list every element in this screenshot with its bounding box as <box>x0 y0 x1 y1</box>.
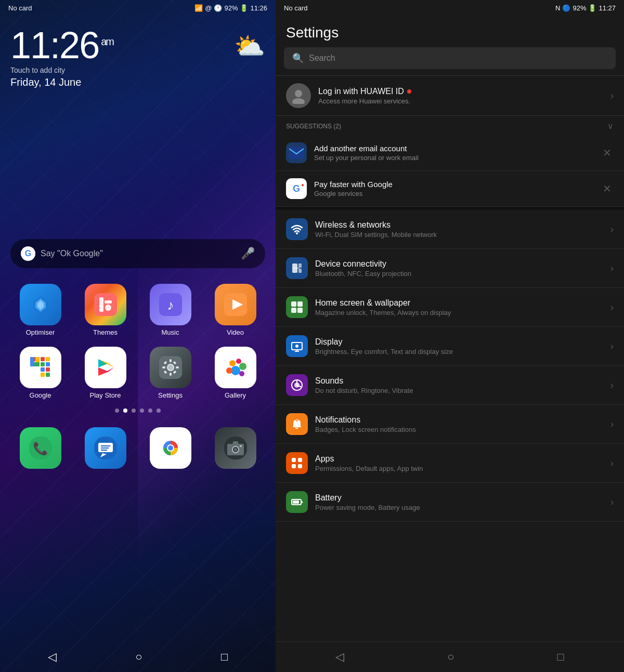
svg-point-39 <box>239 371 244 376</box>
svg-rect-19 <box>46 373 50 377</box>
settings-list: Wireless & networks Wi-Fi, Dual SIM sett… <box>276 210 624 641</box>
settings-search-bar[interactable]: 🔍 Search <box>284 47 616 69</box>
signal-icon: 📶 <box>194 4 203 12</box>
app-settings[interactable]: Settings <box>140 347 200 399</box>
home-button-left[interactable]: ○ <box>135 650 142 664</box>
svg-rect-26 <box>170 359 172 362</box>
settings-home-screen[interactable]: Home screen & wallpaper Magazine unlock,… <box>276 288 624 327</box>
dock-phone[interactable]: 📞 <box>10 427 70 469</box>
app-google[interactable]: Google <box>10 347 70 399</box>
svg-rect-2 <box>105 300 112 304</box>
svg-rect-15 <box>46 362 50 366</box>
clock-area: 11:26am Touch to add city Friday, 14 Jun… <box>0 16 276 94</box>
settings-sounds[interactable]: Sounds Do not disturb, Ringtone, Vibrate… <box>276 366 624 405</box>
left-nav-bar: ◁ ○ □ <box>0 642 276 672</box>
playstore-icon <box>85 347 126 388</box>
dock-camera[interactable] <box>205 427 265 469</box>
svg-point-3 <box>105 305 111 311</box>
app-video[interactable]: Video <box>205 284 265 336</box>
battery-title: Battery <box>315 493 610 503</box>
battery-right: 92% <box>573 4 586 12</box>
suggestion-google-pay[interactable]: G ● Pay faster with Google Google servic… <box>276 171 624 207</box>
suggestions-chevron-down[interactable]: ∨ <box>607 121 614 131</box>
huawei-notification-dot <box>407 89 411 94</box>
dock-chrome[interactable] <box>140 427 200 469</box>
settings-display[interactable]: Display Brightness, Eye comfort, Text an… <box>276 327 624 366</box>
email-suggestion-close[interactable]: ✕ <box>601 144 614 161</box>
battery-text: Battery Power saving mode, Battery usage <box>315 493 610 511</box>
huawei-id-title-text: Log in with HUAWEI ID <box>318 87 404 96</box>
settings-battery[interactable]: Battery Power saving mode, Battery usage… <box>276 483 624 522</box>
svg-rect-66 <box>298 269 302 273</box>
display-subtitle: Brightness, Eye comfort, Text and displa… <box>315 348 610 355</box>
mic-icon[interactable]: 🎤 <box>241 247 255 260</box>
app-gallery[interactable]: Gallery <box>205 347 265 399</box>
avatar-placeholder <box>286 83 311 108</box>
wireless-icon <box>286 218 308 240</box>
dot-5[interactable] <box>157 409 161 413</box>
messages-icon <box>85 427 126 469</box>
huawei-id-section[interactable]: Log in with HUAWEI ID Access more Huawei… <box>276 76 624 115</box>
svg-rect-70 <box>291 308 296 313</box>
wireless-title: Wireless & networks <box>315 220 610 230</box>
email-suggestion-text: Add another email account Set up your pe… <box>314 144 601 162</box>
google-label: Google <box>30 391 51 399</box>
svg-rect-12 <box>41 357 45 361</box>
sounds-subtitle: Do not disturb, Ringtone, Vibrate <box>315 387 610 394</box>
device-connectivity-chevron: › <box>610 263 614 274</box>
search-input-settings[interactable]: Search <box>309 54 335 63</box>
google-search-bar[interactable]: G Say "Ok Google" 🎤 <box>10 239 265 268</box>
dot-1[interactable] <box>123 409 127 413</box>
app-playstore[interactable]: Play Store <box>75 347 135 399</box>
battery-left: 92% <box>224 4 238 12</box>
apps-text: Apps Permissions, Default apps, App twin <box>315 454 610 472</box>
dock-messages[interactable] <box>75 427 135 469</box>
svg-rect-81 <box>298 458 302 462</box>
dot-4[interactable] <box>148 409 152 413</box>
sounds-chevron: › <box>610 380 614 391</box>
apps-icon <box>286 452 308 474</box>
home-screen-icon <box>286 296 308 318</box>
clock-city-hint[interactable]: Touch to add city <box>10 66 113 74</box>
svg-rect-80 <box>292 458 296 462</box>
gallery-icon <box>215 347 256 388</box>
settings-notifications[interactable]: Notifications Badges, Lock screen notifi… <box>276 405 624 444</box>
settings-title: Settings <box>276 16 624 47</box>
home-screen-text: Home screen & wallpaper Magazine unlock,… <box>315 298 610 317</box>
battery-icon-left: 🔋 <box>240 4 248 12</box>
svg-rect-69 <box>297 301 303 307</box>
dot-0[interactable] <box>115 409 119 413</box>
recents-button-left[interactable]: □ <box>221 650 228 664</box>
svg-rect-86 <box>293 500 299 504</box>
back-button-right[interactable]: ◁ <box>335 650 344 664</box>
sounds-title: Sounds <box>315 376 610 386</box>
clock-time-value: 11:26 <box>10 24 99 66</box>
home-button-right[interactable]: ○ <box>447 650 454 664</box>
notifications-subtitle: Badges, Lock screen notifications <box>315 426 610 433</box>
app-optimiser[interactable]: Optimiser <box>10 284 70 336</box>
settings-wireless[interactable]: Wireless & networks Wi-Fi, Dual SIM sett… <box>276 210 624 249</box>
battery-icon <box>286 491 308 513</box>
google-pay-close[interactable]: ✕ <box>601 180 614 197</box>
dot-3[interactable] <box>140 409 144 413</box>
settings-screen: No card N 🔵 92% 🔋 11:27 Settings 🔍 Searc… <box>276 0 624 672</box>
dot-2[interactable] <box>132 409 136 413</box>
right-status-bar: No card N 🔵 92% 🔋 11:27 <box>276 0 624 16</box>
clock-date: Friday, 14 June <box>10 76 113 88</box>
recents-button-right[interactable]: □ <box>557 650 564 664</box>
huawei-id-info: Log in with HUAWEI ID Access more Huawei… <box>318 87 610 105</box>
svg-rect-85 <box>301 501 303 503</box>
svg-point-55 <box>234 448 237 451</box>
app-themes[interactable]: Themes <box>75 284 135 336</box>
app-music[interactable]: ♪ Music <box>140 284 200 336</box>
suggestion-email[interactable]: Add another email account Set up your pe… <box>276 135 624 171</box>
back-button-left[interactable]: ◁ <box>48 650 57 664</box>
svg-point-34 <box>229 360 236 366</box>
settings-device-connectivity[interactable]: Device connectivity Bluetooth, NFC, Easy… <box>276 249 624 288</box>
wireless-text: Wireless & networks Wi-Fi, Dual SIM sett… <box>315 220 610 239</box>
wireless-subtitle: Wi-Fi, Dual SIM settings, Mobile network <box>315 231 610 239</box>
notifications-icon <box>286 413 308 435</box>
settings-label: Settings <box>158 391 183 399</box>
svg-rect-28 <box>162 366 165 368</box>
settings-apps[interactable]: Apps Permissions, Default apps, App twin… <box>276 444 624 483</box>
